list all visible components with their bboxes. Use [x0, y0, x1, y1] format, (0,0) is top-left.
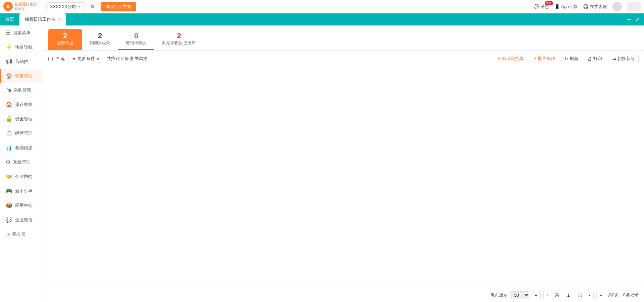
- tab-bar: 首页 钱货日清工作台 × ─ ⤢: [0, 13, 644, 25]
- tab-close-icon[interactable]: ×: [58, 17, 60, 22]
- select-all-checkbox[interactable]: [48, 57, 53, 61]
- content-area: 2 全部单据 2 到期未收款 0 旺铺待确认 2 到期未收款 已出库 全选 ▼ …: [43, 25, 644, 302]
- guide-icon: 🎮: [6, 188, 12, 194]
- tab-home[interactable]: 首页: [0, 13, 19, 25]
- header-right: 💬 消息 99+ 📱 App下载 🎧 在线客服: [534, 2, 641, 11]
- sidebar-item-system-label: 系统管理: [13, 159, 31, 165]
- switch-label: 切换新版: [618, 56, 635, 62]
- found-unit: 条: [124, 56, 129, 61]
- prev-page-btn[interactable]: ‹: [543, 291, 552, 299]
- sidebar-item-inventory[interactable]: 🏠 库存核算: [0, 97, 43, 112]
- sidebar-item-system[interactable]: ⚙ 系统管理: [0, 155, 43, 169]
- sidebar-item-finance-label: 资金管理: [15, 116, 33, 122]
- first-page-btn[interactable]: «: [532, 291, 541, 299]
- sidebar-item-sales-label: 销售管理: [15, 73, 33, 79]
- operations-icon: 📋: [6, 130, 12, 136]
- online-service-button[interactable]: 🎧 在线客服: [583, 4, 607, 10]
- last-page-btn[interactable]: »: [596, 291, 605, 299]
- basics-icon: 📊: [6, 144, 12, 151]
- sidebar-item-basics-label: 基础信息: [15, 145, 33, 151]
- appstore-icon: 📦: [6, 202, 12, 208]
- download-icon: 📱: [554, 4, 560, 9]
- switch-version-btn[interactable]: ⇄ 切换新版: [609, 54, 639, 63]
- stat-all-num: 2: [63, 32, 67, 40]
- sidebar-item-inventory-label: 库存核算: [15, 102, 33, 108]
- user-name[interactable]: [627, 2, 641, 11]
- batch-icon: ⠿: [533, 56, 536, 61]
- search-menu-icon: ☰: [6, 29, 10, 36]
- avatar[interactable]: [612, 2, 622, 11]
- stat-tab-overdue[interactable]: 2 到期未收款: [82, 29, 118, 50]
- messages-badge: 99+: [545, 1, 553, 5]
- found-suffix: 相关单据: [130, 56, 148, 61]
- sidebar-item-guide-label: 新手引导: [15, 188, 33, 194]
- stat-overdue-out-label: 到期未收款 已出库: [162, 40, 196, 46]
- sales-icon: 🏠: [6, 73, 12, 79]
- per-page-label: 每页显示: [490, 292, 508, 298]
- inventory-icon: 🏠: [6, 101, 12, 108]
- sidebar-item-guide[interactable]: 🎮 新手引导: [0, 184, 43, 198]
- finance-icon: 🔒: [6, 116, 12, 122]
- sidebar-item-appstore[interactable]: 📦 应用中心: [0, 198, 43, 213]
- stat-tab-all[interactable]: 2 全部单据: [48, 29, 82, 50]
- sidebar-item-member[interactable]: ◇ 畅会员: [0, 227, 43, 241]
- sidebar-item-quicknav[interactable]: ⚡ 快捷导航: [0, 40, 43, 54]
- stat-tab-wangpu[interactable]: 0 旺铺待确认: [118, 29, 154, 50]
- refresh-btn[interactable]: ↻ 刷新: [562, 54, 581, 63]
- service-icon: 🎧: [583, 4, 588, 9]
- sidebar-item-member-label: 畅会员: [12, 231, 25, 237]
- batch-label: 批量操作: [538, 56, 555, 62]
- page-input[interactable]: [562, 291, 575, 299]
- total-info: 共0页，0条记录: [608, 292, 639, 298]
- tab-maximize-icon[interactable]: ⤢: [634, 16, 640, 23]
- app-download-label: App下载: [561, 4, 578, 10]
- sidebar-item-enterprise[interactable]: 🤝 企业协同: [0, 169, 43, 184]
- next-page-btn[interactable]: ›: [585, 291, 594, 299]
- message-icon: 💬: [534, 4, 539, 9]
- company-name: XXXXXX公司: [50, 4, 76, 10]
- page-label: 第: [555, 292, 559, 298]
- app-download-button[interactable]: 📱 App下载: [554, 4, 578, 10]
- sidebar-item-appstore-label: 应用中心: [15, 202, 33, 208]
- stat-wangpu-label: 旺铺待确认: [126, 40, 146, 46]
- sidebar-item-operations[interactable]: 📋 经营管理: [0, 126, 43, 140]
- filter-icon: ▼: [72, 56, 76, 61]
- sidebar-item-sales[interactable]: 🏠 销售管理: [0, 69, 43, 83]
- table-area: [43, 67, 644, 288]
- sidebar-item-search[interactable]: ☰ 搜索菜单: [0, 25, 43, 40]
- sidebar-item-purchase[interactable]: 🛍 采购管理: [0, 83, 43, 97]
- sidebar-item-marketing[interactable]: 📢 营销推广: [0, 54, 43, 69]
- sidebar-item-purchase-label: 采购管理: [14, 87, 31, 93]
- print-label: 打印: [593, 56, 602, 62]
- member-icon: ◇: [6, 231, 10, 237]
- marketing-icon: 📢: [6, 58, 12, 65]
- stat-tab-overdue-out[interactable]: 2 到期未收款 已出库: [154, 29, 204, 50]
- print-btn[interactable]: 🖨 打印: [585, 54, 605, 63]
- tab-workbench-label: 钱货日清工作台: [25, 16, 55, 22]
- per-page-select[interactable]: 50 10 20 100: [511, 291, 529, 299]
- messages-button[interactable]: 💬 消息 99+: [534, 4, 549, 10]
- stat-overdue-label: 到期未收款: [90, 40, 110, 46]
- sidebar-item-enterprise-label: 企业协同: [15, 174, 33, 180]
- logo-text: 畅捷通好生意: [15, 2, 37, 6]
- stats-tabs: 2 全部单据 2 到期未收款 0 旺铺待确认 2 到期未收款 已出库: [43, 25, 644, 51]
- logo-area: 6 畅捷通好生意 标准版: [3, 2, 46, 11]
- quicknav-icon: ⚡: [6, 44, 12, 50]
- sidebar-item-finance[interactable]: 🔒 资金管理: [0, 112, 43, 126]
- add-sales-btn[interactable]: + 新增销货单: [495, 54, 526, 63]
- sidebar-item-operations-label: 经营管理: [15, 130, 33, 136]
- batch-btn[interactable]: ⠿ 批量操作: [530, 54, 558, 63]
- page-next-label: 页: [578, 292, 582, 298]
- sidebar-item-basics[interactable]: 📊 基础信息: [0, 140, 43, 155]
- sidebar-item-wechat[interactable]: 💬 企业微信: [0, 213, 43, 227]
- toolbar: 全选 ▼ 更多条件 ∨ 共找到 0 条 相关单据 + 新增销货单 ⠿ 批量操作 …: [43, 51, 644, 67]
- wechat-icon: 💬: [6, 217, 12, 223]
- company-selector[interactable]: XXXXXX公司 ▼: [46, 2, 85, 11]
- tab-minimize-icon[interactable]: ─: [627, 16, 632, 23]
- settings-icon[interactable]: ⚙: [88, 2, 97, 11]
- sidebar-item-wechat-label: 企业微信: [15, 217, 33, 223]
- trial-button[interactable]: 体验行业方案: [101, 2, 136, 11]
- stat-all-label: 全部单据: [57, 40, 73, 46]
- tab-workbench[interactable]: 钱货日清工作台 ×: [19, 13, 66, 25]
- filter-button[interactable]: ▼ 更多条件 ∨: [68, 54, 103, 63]
